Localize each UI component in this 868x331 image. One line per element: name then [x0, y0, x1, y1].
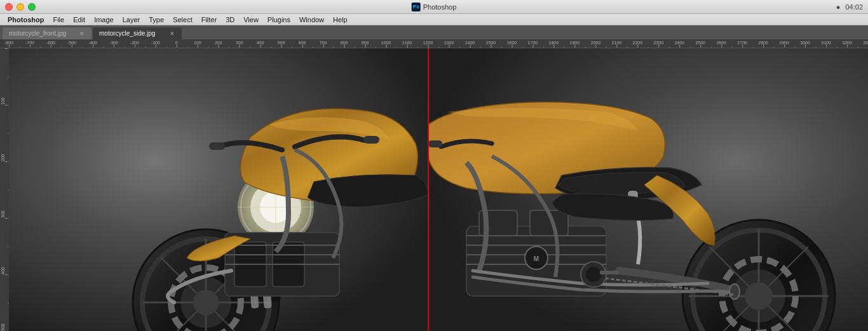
close-button[interactable] — [5, 3, 13, 11]
app-title: Ps Photoshop — [412, 3, 457, 11]
tab-0-label: motorcycle_front.jpg — [9, 30, 66, 37]
motorcycle-image: M — [9, 48, 868, 331]
ruler-horizontal — [0, 39, 868, 48]
tab-0-close[interactable]: ✕ — [79, 30, 85, 37]
svg-rect-25 — [363, 136, 379, 144]
time-display: 04:02 — [845, 3, 863, 11]
titlebar-right: ● 04:02 — [836, 3, 863, 11]
canvas-wrapper: M — [0, 48, 868, 331]
menu-item-edit[interactable]: Edit — [69, 15, 89, 24]
maximize-button[interactable] — [28, 3, 36, 11]
menubar: Photoshop File Edit Image Layer Type Sel… — [0, 14, 868, 25]
menu-item-filter[interactable]: Filter — [198, 15, 220, 24]
app-name-label: Photoshop — [423, 3, 457, 11]
tab-0[interactable]: motorcycle_front.jpg ✕ — [3, 27, 92, 39]
tab-1-close[interactable]: ✕ — [169, 30, 175, 37]
menu-item-image[interactable]: Image — [90, 15, 118, 24]
tabs-bar: motorcycle_front.jpg ✕ motorcycle_side.j… — [0, 25, 868, 39]
svg-point-50 — [729, 284, 740, 299]
tab-1[interactable]: motorcycle_side.jpg ✕ — [93, 27, 182, 39]
svg-point-52 — [586, 267, 601, 282]
menu-item-file[interactable]: File — [49, 15, 68, 24]
menu-item-plugins[interactable]: Plugins — [264, 15, 294, 24]
titlebar: Ps Photoshop ● 04:02 — [0, 0, 868, 14]
ruler-vertical — [0, 48, 9, 331]
menu-item-select[interactable]: Select — [169, 15, 196, 24]
wifi-icon: ● — [836, 3, 841, 11]
menu-item-window[interactable]: Window — [295, 15, 328, 24]
motorcycle-canvas: M — [9, 48, 868, 331]
svg-rect-53 — [428, 140, 442, 147]
photoshop-icon: Ps — [412, 3, 421, 11]
traffic-lights — [5, 3, 36, 11]
menu-item-layer[interactable]: Layer — [119, 15, 144, 24]
svg-point-40 — [745, 282, 773, 310]
menu-item-3d[interactable]: 3D — [222, 15, 238, 24]
svg-rect-24 — [209, 142, 225, 150]
menu-item-type[interactable]: Type — [145, 15, 168, 24]
menu-item-view[interactable]: View — [240, 15, 262, 24]
tab-1-label: motorcycle_side.jpg — [99, 30, 155, 37]
svg-text:M: M — [534, 255, 539, 262]
svg-point-12 — [193, 290, 219, 315]
svg-rect-54 — [600, 271, 619, 274]
canvas-area[interactable]: M — [9, 48, 868, 331]
menu-item-help[interactable]: Help — [329, 15, 351, 24]
minimize-button[interactable] — [17, 3, 24, 11]
menu-item-photoshop[interactable]: Photoshop — [4, 15, 48, 24]
